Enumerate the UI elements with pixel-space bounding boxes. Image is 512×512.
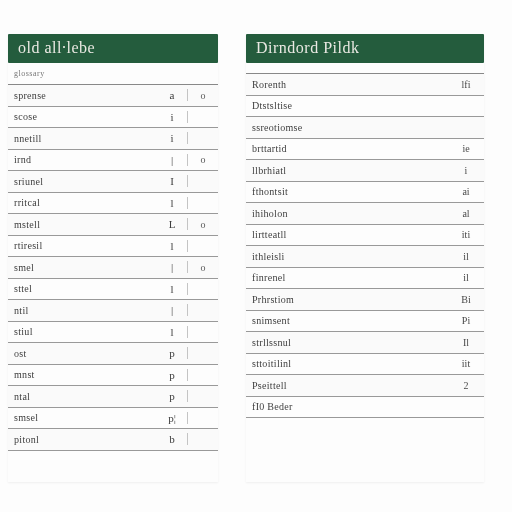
row-label: sttel — [8, 283, 157, 294]
row-value: ie — [448, 143, 484, 154]
table-row: sprenseao — [8, 85, 218, 107]
right-header-title: Dirndord Pildk — [256, 39, 359, 56]
row-symbol: l — [157, 197, 188, 209]
row-label: lirtteatll — [246, 229, 448, 240]
table-row: scosei — [8, 107, 218, 129]
table-row: ntil| — [8, 300, 218, 322]
row-symbol: l — [157, 283, 188, 295]
row-label: nnetill — [8, 133, 157, 144]
row-value: il — [448, 272, 484, 283]
row-label: ntal — [8, 391, 157, 402]
row-symbol: | — [157, 261, 188, 273]
row-symbol: p — [157, 390, 188, 402]
left-table: sprenseaoscoseinnetilliirnd|osriunelIrri… — [8, 84, 218, 451]
row-value: al — [448, 208, 484, 219]
table-row: smselp¦ — [8, 408, 218, 430]
row-label: ntil — [8, 305, 157, 316]
table-row: Dtstsltise — [246, 96, 484, 118]
row-label: sriunel — [8, 176, 157, 187]
table-row: ntalp — [8, 386, 218, 408]
row-label: Dtstsltise — [246, 100, 448, 111]
document-page: old all·lebe glossary sprenseaoscoseinne… — [0, 0, 512, 512]
table-row: smel|o — [8, 257, 218, 279]
row-label: finrenel — [246, 272, 448, 283]
row-label: smsel — [8, 412, 157, 423]
row-value: o — [188, 154, 218, 165]
row-label: mstell — [8, 219, 157, 230]
row-symbol: L — [157, 218, 188, 230]
row-label: snimsent — [246, 315, 448, 326]
row-label: sttoitilinl — [246, 358, 448, 369]
row-value: o — [188, 219, 218, 230]
table-row: lirtteatlliti — [246, 225, 484, 247]
row-symbol: a — [157, 89, 188, 101]
row-value: o — [188, 262, 218, 273]
right-column-header: Dirndord Pildk — [246, 34, 484, 63]
row-value: iit — [448, 358, 484, 369]
row-value: lfi — [448, 79, 484, 90]
row-label: irnd — [8, 154, 157, 165]
table-row: stiull — [8, 322, 218, 344]
row-symbol: p¦ — [157, 412, 188, 424]
right-column: Dirndord Pildk RorenthlfiDtstsltisessreo… — [246, 34, 484, 482]
row-label: Prhrstiom — [246, 294, 448, 305]
right-table: RorenthlfiDtstsltisessreotiomsebrttartid… — [246, 73, 484, 418]
row-value: i — [448, 165, 484, 176]
row-symbol: I — [157, 175, 188, 187]
row-label: sprense — [8, 90, 157, 101]
left-column-header: old all·lebe — [8, 34, 218, 63]
row-label: Pseittell — [246, 380, 448, 391]
row-symbol: p — [157, 369, 188, 381]
row-label: ihiholon — [246, 208, 448, 219]
left-header-title: old all·lebe — [18, 39, 95, 56]
row-value: iti — [448, 229, 484, 240]
row-label: rtiresil — [8, 240, 157, 251]
table-row: irnd|o — [8, 150, 218, 172]
row-label: ost — [8, 348, 157, 359]
row-label: rritcal — [8, 197, 157, 208]
table-row: rritcall — [8, 193, 218, 215]
table-row: ssreotiomse — [246, 117, 484, 139]
row-symbol: i — [157, 111, 188, 123]
row-value: Il — [448, 337, 484, 348]
row-label: strllssnul — [246, 337, 448, 348]
row-label: mnst — [8, 369, 157, 380]
row-label: llbrhiatl — [246, 165, 448, 176]
row-value: ai — [448, 186, 484, 197]
table-row: sttoitilinliit — [246, 354, 484, 376]
table-row: finrenelil — [246, 268, 484, 290]
row-label: fI0 Beder — [246, 401, 448, 412]
table-row: nnetilli — [8, 128, 218, 150]
row-label: brttartid — [246, 143, 448, 154]
row-symbol: | — [157, 304, 188, 316]
table-row: brttartidie — [246, 139, 484, 161]
row-value: Pi — [448, 315, 484, 326]
table-row: Rorenthlfi — [246, 74, 484, 96]
row-label: ssreotiomse — [246, 122, 448, 133]
row-value: 2 — [448, 380, 484, 391]
row-label: fthontsit — [246, 186, 448, 197]
table-row: sttell — [8, 279, 218, 301]
row-label: Rorenth — [246, 79, 448, 90]
row-label: smel — [8, 262, 157, 273]
table-row: mnstp — [8, 365, 218, 387]
row-symbol: l — [157, 240, 188, 252]
left-column: old all·lebe glossary sprenseaoscoseinne… — [8, 34, 218, 482]
table-row: sriunelI — [8, 171, 218, 193]
table-row: ithleisliil — [246, 246, 484, 268]
row-symbol: i — [157, 132, 188, 144]
row-label: scose — [8, 111, 157, 122]
table-row: rtiresill — [8, 236, 218, 258]
table-row: mstellLo — [8, 214, 218, 236]
table-row: llbrhiatli — [246, 160, 484, 182]
row-value: il — [448, 251, 484, 262]
row-symbol: l — [157, 326, 188, 338]
row-symbol: | — [157, 154, 188, 166]
table-row: ihiholonal — [246, 203, 484, 225]
table-row: ostp — [8, 343, 218, 365]
table-row: fI0 Beder — [246, 397, 484, 419]
row-symbol: b — [157, 433, 188, 445]
table-row: PrhrstiomBi — [246, 289, 484, 311]
row-label: pitonl — [8, 434, 157, 445]
left-subheading: glossary — [14, 69, 218, 78]
